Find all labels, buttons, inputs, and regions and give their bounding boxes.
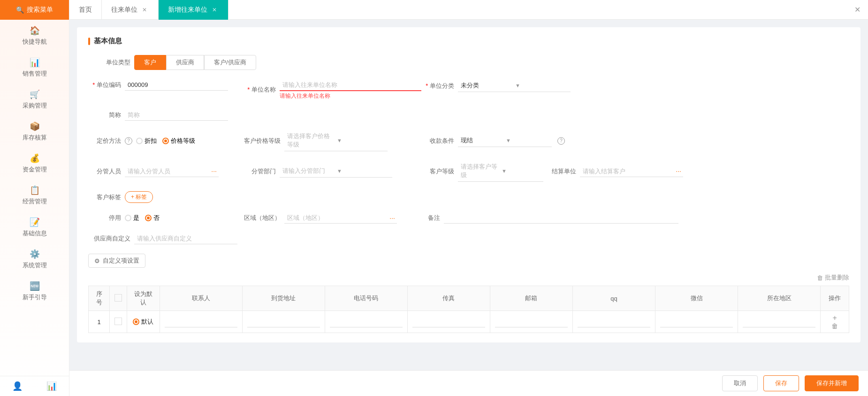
- col-checkbox: [110, 286, 127, 311]
- cell-contact[interactable]: [160, 311, 242, 333]
- manager-input[interactable]: [125, 166, 209, 177]
- add-row-icon[interactable]: +: [830, 314, 838, 322]
- save-button[interactable]: 保存: [763, 375, 799, 391]
- wechat-input[interactable]: [660, 316, 733, 327]
- stop-region-row: 停用 是 否 区域（地区）: [88, 212, 849, 224]
- tab-contacts[interactable]: 往来单位 ✕: [102, 0, 159, 20]
- cell-region[interactable]: [738, 311, 821, 333]
- sidebar-item-operations[interactable]: 📋 经营管理: [0, 179, 69, 211]
- chevron-down-icon: ▼: [515, 83, 568, 88]
- sidebar-item-finance[interactable]: 💰 资金管理: [0, 148, 69, 179]
- cell-phone[interactable]: [325, 311, 407, 333]
- manager-ellipsis[interactable]: ···: [209, 167, 219, 175]
- sidebar-bottom-btn-right[interactable]: 📊: [35, 376, 69, 396]
- payment-select[interactable]: 现结 ▼: [458, 134, 552, 147]
- tab-home[interactable]: 首页: [69, 0, 102, 20]
- tab-contacts-close[interactable]: ✕: [140, 6, 149, 14]
- radio-discount-circle: [136, 138, 143, 144]
- manager-field: 分管人员 ···: [88, 166, 243, 177]
- finance-icon: 💰: [30, 153, 40, 163]
- col-action: 操作: [821, 286, 849, 311]
- sidebar-bottom: 👤 📊: [0, 376, 69, 396]
- stop-label: 停用: [88, 214, 121, 222]
- sidebar-item-quick-nav[interactable]: 🏠 快捷导航: [0, 20, 69, 52]
- chevron-down-icon3: ▼: [506, 138, 549, 143]
- row-default-radio[interactable]: 默认: [132, 318, 155, 326]
- contact-input[interactable]: [165, 316, 237, 327]
- phone-input[interactable]: [330, 316, 403, 327]
- short-name-input[interactable]: [125, 109, 228, 121]
- cell-checkbox[interactable]: [110, 311, 127, 333]
- department-select[interactable]: 请输入分管部门 ▼: [280, 165, 392, 178]
- cell-address[interactable]: [242, 311, 325, 333]
- purchase-icon: 🛒: [30, 89, 40, 100]
- col-fax: 传真: [407, 286, 490, 311]
- payment-help-icon[interactable]: ?: [557, 137, 565, 145]
- type-btn-both[interactable]: 客户/供应商: [204, 55, 256, 70]
- fax-input[interactable]: [412, 316, 485, 327]
- supplier-custom-row: 供应商自定义: [88, 233, 849, 244]
- sidebar-item-guide[interactable]: 🆕 新手引导: [0, 275, 69, 307]
- settlement-input[interactable]: [580, 166, 674, 177]
- cell-wechat[interactable]: [655, 311, 738, 333]
- stop-radio-no[interactable]: 否: [145, 214, 160, 222]
- unit-category-select[interactable]: 未分类 ▼: [458, 79, 571, 92]
- cell-fax[interactable]: [407, 311, 490, 333]
- unit-name-error: 请输入往来单位名称: [280, 92, 421, 100]
- col-contact: 联系人: [160, 286, 242, 311]
- tab-close-all[interactable]: ✕: [847, 5, 868, 14]
- sidebar-item-label: 销售管理: [23, 70, 47, 78]
- department-field: 分管部门 请输入分管部门 ▼: [243, 165, 421, 178]
- row-checkbox[interactable]: [114, 318, 122, 325]
- sidebar-item-purchase[interactable]: 🛒 采购管理: [0, 84, 69, 116]
- unit-name-input[interactable]: [280, 79, 421, 91]
- save-add-button[interactable]: 保存并新增: [805, 375, 859, 391]
- customer-level-select[interactable]: 请选择客户等级 ▼: [458, 161, 543, 182]
- stop-radio-yes[interactable]: 是: [125, 214, 139, 222]
- region-input[interactable]: [284, 212, 388, 223]
- customer-price-select[interactable]: 请选择客户价格等级 ▼: [284, 130, 388, 151]
- tab-new-contact-close[interactable]: ✕: [210, 6, 219, 14]
- row-region-input[interactable]: [743, 316, 815, 327]
- email-input[interactable]: [495, 316, 568, 327]
- batch-delete-area[interactable]: 🗑 批量删除: [88, 273, 849, 282]
- pricing-help-icon[interactable]: ?: [125, 137, 132, 145]
- cell-qq[interactable]: [572, 311, 655, 333]
- unit-name-label: 单位名称: [243, 85, 276, 94]
- short-name-row: 简称: [88, 109, 849, 121]
- cell-email[interactable]: [490, 311, 572, 333]
- sidebar-item-label: 系统管理: [23, 261, 47, 270]
- sidebar-item-inventory[interactable]: 📦 库存核算: [0, 116, 69, 148]
- qq-input[interactable]: [578, 316, 650, 327]
- custom-settings-button[interactable]: ⚙ 自定义项设置: [88, 254, 145, 268]
- sidebar-item-label: 库存核算: [23, 133, 47, 142]
- cancel-button[interactable]: 取消: [722, 375, 758, 391]
- region-ellipsis[interactable]: ···: [388, 214, 397, 222]
- basic-icon: 📝: [30, 217, 40, 227]
- pricing-radio-discount[interactable]: 折扣: [136, 137, 157, 145]
- pricing-radio-price-level[interactable]: 价格等级: [162, 137, 195, 145]
- col-phone: 电话号码: [325, 286, 407, 311]
- manager-input-wrap: ···: [125, 166, 219, 177]
- section-title-text: 基本信息: [94, 37, 122, 46]
- select-all-checkbox[interactable]: [114, 294, 122, 302]
- delete-row-icon[interactable]: 🗑: [830, 322, 840, 330]
- type-btn-customer[interactable]: 客户: [134, 55, 166, 70]
- tag-add-button[interactable]: + 标签: [125, 191, 153, 203]
- supplier-custom-input[interactable]: [134, 233, 237, 244]
- customer-price-placeholder: 请选择客户价格等级: [287, 132, 335, 149]
- sidebar-item-sales[interactable]: 📊 销售管理: [0, 52, 69, 84]
- tab-new-contact[interactable]: 新增往来单位 ✕: [159, 0, 228, 20]
- settlement-ellipsis[interactable]: ···: [674, 167, 683, 175]
- remark-input[interactable]: [444, 212, 678, 224]
- sidebar-bottom-btn-left[interactable]: 👤: [0, 376, 35, 396]
- sidebar-item-basic[interactable]: 📝 基础信息: [0, 211, 69, 243]
- sidebar-search[interactable]: 🔍 搜索菜单: [0, 0, 69, 20]
- type-btn-supplier[interactable]: 供应商: [166, 55, 204, 70]
- col-email: 邮箱: [490, 286, 572, 311]
- address-input[interactable]: [247, 316, 320, 327]
- cell-action: + 🗑: [821, 311, 849, 333]
- stop-no-label: 否: [153, 214, 160, 222]
- unit-code-input[interactable]: [125, 79, 228, 91]
- sidebar-item-system[interactable]: ⚙️ 系统管理: [0, 243, 69, 275]
